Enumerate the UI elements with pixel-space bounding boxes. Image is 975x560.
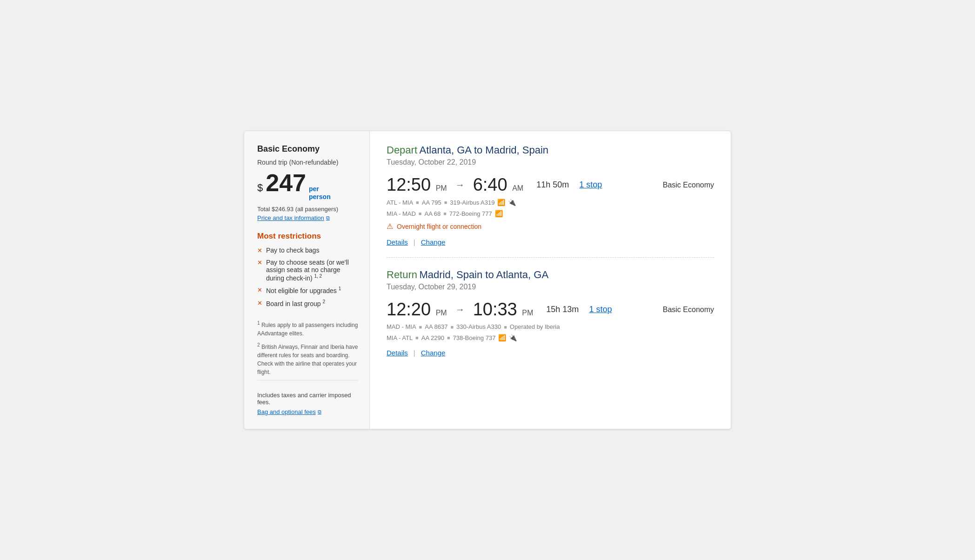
depart-cabin-class: Basic Economy [663,181,714,189]
depart-section: Depart Atlanta, GA to Madrid, Spain Tues… [387,144,714,246]
includes-text: Includes taxes and carrier imposed fees. [257,392,358,406]
price-per-person: perperson [309,185,331,201]
x-icon-seats: ✕ [257,259,262,266]
depart-action-row: Details | Change [387,238,714,246]
price-amount: 247 [266,171,306,195]
return-action-row: Details | Change [387,349,714,357]
return-label: Return [387,269,417,280]
depart-seg2-details: MIA - MAD ■ AA 68 ■ 772-Boeing 777 📶 [387,210,714,217]
return-seg1-route: MAD - MIA [387,323,416,330]
depart-depart-period: PM [436,184,447,192]
depart-change-link[interactable]: Change [421,238,446,246]
right-panel: Depart Atlanta, GA to Madrid, Spain Tues… [370,131,731,429]
restriction-upgrades-text: Not eligible for upgrades 1 [266,286,341,294]
depart-date: Tuesday, October 22, 2019 [387,158,714,167]
overnight-warning: ⚠ Overnight flight or connection [387,222,714,231]
booking-card: Basic Economy Round trip (Non-refundable… [244,131,731,429]
return-details-link[interactable]: Details [387,349,408,357]
depart-seg1-route: ATL - MIA [387,199,413,206]
x-icon-board: ✕ [257,300,262,307]
restriction-board-text: Board in last group 2 [266,299,325,307]
depart-arrive-time: 6:40 AM [473,175,524,195]
depart-route: Atlanta, GA to Madrid, Spain [420,144,549,156]
restriction-item-seats: ✕ Pay to choose seats (or we'll assign s… [257,259,358,282]
trip-type: Round trip (Non-refundable) [257,159,358,166]
footnote-1: 1 Rules apply to all passengers includin… [257,320,358,338]
depart-seg2-route: MIA - MAD [387,210,416,217]
depart-label: Depart [387,144,417,156]
depart-seg1-details: ATL - MIA ■ AA 795 ■ 319-Airbus A319 📶 🔌 [387,199,714,206]
restriction-item-bags: ✕ Pay to check bags [257,247,358,254]
depart-stops-link[interactable]: 1 stop [579,180,602,190]
external-link-icon-bag: ⧉ [318,409,321,415]
return-change-link[interactable]: Change [421,349,446,357]
return-seg2-aircraft: 738-Boeing 737 [453,334,496,341]
bottom-section: Includes taxes and carrier imposed fees.… [257,380,358,416]
return-header: Return Madrid, Spain to Atlanta, GA [387,269,714,281]
return-depart-time: 12:20 PM [387,300,447,320]
return-stops-link[interactable]: 1 stop [589,305,612,314]
depart-details-link[interactable]: Details [387,238,408,246]
restriction-seats-text: Pay to choose seats (or we'll assign sea… [266,259,358,282]
footnote-2: 2 British Airways, Finnair and Iberia ha… [257,341,358,376]
return-section: Return Madrid, Spain to Atlanta, GA Tues… [387,269,714,357]
depart-duration: 11h 50m [536,180,569,190]
arrow-icon: → [455,180,465,190]
power-icon-seg1: 🔌 [508,199,516,206]
section-divider [387,257,714,258]
panel-title: Basic Economy [257,144,358,154]
return-seg2-route: MIA - ATL [387,334,413,341]
return-arrive-time: 10:33 PM [473,300,534,320]
return-duration: 15h 13m [546,305,579,314]
price-row: $ 247 perperson [257,171,358,201]
price-dollar-sign: $ [257,182,263,194]
return-seg2-details: MIA - ATL ■ AA 2290 ■ 738-Boeing 737 📶 🔌 [387,334,714,341]
restriction-bags-text: Pay to check bags [266,247,319,254]
left-panel: Basic Economy Round trip (Non-refundable… [244,131,370,429]
return-cabin-class: Basic Economy [663,306,714,314]
return-route: Madrid, Spain to Atlanta, GA [420,269,549,280]
return-arrow-icon: → [455,304,465,315]
restriction-item-upgrades: ✕ Not eligible for upgrades 1 [257,286,358,294]
wifi-icon-seg1: 📶 [497,199,505,206]
return-seg1-details: MAD - MIA ■ AA 8637 ■ 330-Airbus A330 ■ … [387,323,714,330]
return-action-separator: | [414,349,415,357]
depart-seg1-aircraft: 319-Airbus A319 [450,199,494,206]
price-tax-link[interactable]: Price and tax information ⧉ [257,214,358,221]
external-link-icon: ⧉ [326,215,330,221]
depart-time-row: 12:50 PM → 6:40 AM 11h 50m 1 stop Basic … [387,175,714,195]
return-seg1-flight: AA 8637 [425,323,447,330]
return-depart-period: PM [436,309,447,317]
warning-triangle-icon: ⚠ [387,222,393,231]
total-price: Total $246.93 (all passengers) [257,206,358,213]
return-wifi-icon: 📶 [498,334,506,341]
depart-seg1-flight: AA 795 [422,199,441,206]
restriction-item-board: ✕ Board in last group 2 [257,299,358,307]
return-date: Tuesday, October 29, 2019 [387,283,714,291]
depart-arrive-period: AM [512,184,523,192]
return-seg1-operated: Operated by Iberia [510,323,560,330]
depart-seg2-flight: AA 68 [425,210,441,217]
restrictions-title: Most restrictions [257,232,358,241]
depart-depart-time: 12:50 PM [387,175,447,195]
x-icon-upgrades: ✕ [257,287,262,293]
depart-header: Depart Atlanta, GA to Madrid, Spain [387,144,714,156]
action-separator: | [414,238,415,246]
depart-seg2-aircraft: 772-Boeing 777 [449,210,492,217]
wifi-icon-seg2: 📶 [495,210,503,217]
x-icon-bags: ✕ [257,247,262,254]
return-power-icon: 🔌 [509,334,517,341]
return-time-row: 12:20 PM → 10:33 PM 15h 13m 1 stop Basic… [387,300,714,320]
bag-fees-link[interactable]: Bag and optional fees ⧉ [257,408,321,415]
return-arrive-period: PM [522,309,533,317]
return-seg2-flight: AA 2290 [421,334,444,341]
footnotes: 1 Rules apply to all passengers includin… [257,320,358,380]
return-seg1-aircraft: 330-Airbus A330 [456,323,501,330]
